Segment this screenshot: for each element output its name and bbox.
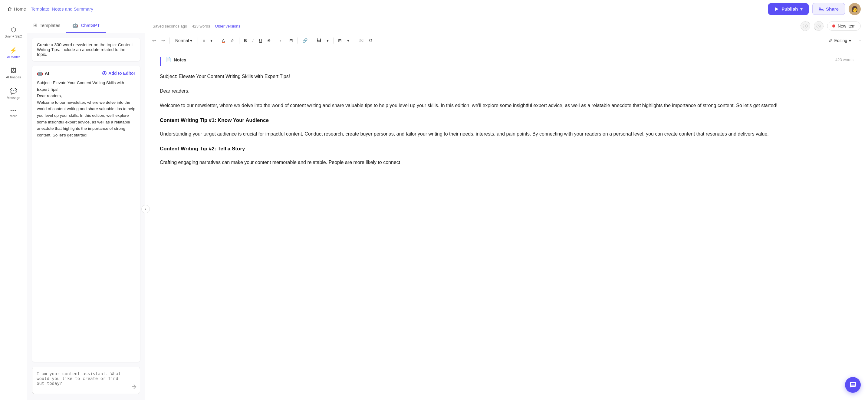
older-versions-link[interactable]: Older versions xyxy=(215,24,240,28)
doc-tip1-title: Content Writing Tip #1: Know Your Audien… xyxy=(160,116,854,125)
tab-chatgpt-label: ChatGPT xyxy=(81,23,100,28)
toolbar-divider-9 xyxy=(354,37,354,43)
saved-text: Saved seconds ago xyxy=(153,24,187,28)
panel-tabs: ⊞ Templates 🤖 ChatGPT xyxy=(27,18,145,33)
ai-robot-icon: 🤖 xyxy=(37,70,43,76)
toolbar-divider-7 xyxy=(312,37,312,43)
breadcrumb-link[interactable]: Notes and Summary xyxy=(52,6,93,11)
ai-response-header: 🤖 AI Add to Editor xyxy=(37,70,135,76)
chat-support-button[interactable] xyxy=(845,377,861,393)
highlight-button[interactable]: 🖊 xyxy=(228,37,237,44)
sidebar-item-message[interactable]: 💬 Message xyxy=(2,85,25,102)
chat-prompt: Create a 300-word newsletter on the topi… xyxy=(32,38,140,61)
text-style-value: Normal xyxy=(175,38,189,43)
editor-meta-bar: Saved seconds ago 423 words Older versio… xyxy=(145,18,868,34)
new-item-label: New Item xyxy=(838,24,856,28)
editing-mode-label: Editing xyxy=(834,38,847,43)
italic-button[interactable]: I xyxy=(250,37,256,44)
table-button[interactable]: ⊞ xyxy=(336,37,344,44)
special-char-button[interactable]: Ω xyxy=(367,37,374,44)
notes-icon: 📄 xyxy=(165,57,171,62)
notes-word-count: 423 words xyxy=(835,58,854,62)
image-button[interactable]: 🖼 xyxy=(315,37,323,44)
share-button[interactable]: Share xyxy=(812,3,845,15)
publish-label: Publish xyxy=(781,6,798,11)
sidebar-item-ai-writer[interactable]: ⚡ AI Writer xyxy=(2,43,25,62)
top-nav: Home Template: Notes and Summary Publish… xyxy=(0,0,868,18)
word-count: 423 words xyxy=(192,24,210,28)
sidebar-item-ai-images-label: AI Images xyxy=(6,75,21,79)
align-chevron-button[interactable]: ▾ xyxy=(208,37,215,44)
user-avatar[interactable]: 👩 xyxy=(849,3,861,15)
editing-mode-button[interactable]: Editing ▾ xyxy=(825,37,855,44)
ai-label-text: AI xyxy=(45,71,49,75)
more-options-button[interactable]: ··· xyxy=(855,37,863,44)
ordered-list-button[interactable]: ⊟ xyxy=(287,37,295,44)
sidebar-item-brief-seo[interactable]: ⬡ Brief + SEO xyxy=(2,23,25,41)
templates-tab-icon: ⊞ xyxy=(33,22,37,28)
publish-button[interactable]: Publish ▾ xyxy=(768,3,809,15)
text-style-chevron-icon: ▾ xyxy=(190,38,192,43)
sidebar-item-ai-writer-label: AI Writer xyxy=(7,55,20,59)
new-item-button[interactable]: New Item xyxy=(827,22,861,31)
chat-input-area xyxy=(32,367,140,395)
tab-chatgpt[interactable]: 🤖 ChatGPT xyxy=(66,18,106,33)
collapse-panel-button[interactable]: ‹ xyxy=(141,205,150,213)
ai-response-text: Subject: Elevate Your Content Writing Sk… xyxy=(37,80,135,138)
brief-seo-icon: ⬡ xyxy=(11,26,16,33)
svg-line-11 xyxy=(819,26,819,27)
add-to-editor-button[interactable]: Add to Editor xyxy=(102,71,135,75)
icon-sidebar: ⬡ Brief + SEO ⚡ AI Writer 🖼 AI Images 💬 … xyxy=(0,18,27,400)
link-button[interactable]: 🔗 xyxy=(300,37,310,44)
svg-rect-1 xyxy=(819,10,823,11)
table-chevron-button[interactable]: ▾ xyxy=(345,37,351,44)
redo-button[interactable]: ↪ xyxy=(159,37,167,44)
share-label: Share xyxy=(826,6,839,11)
add-to-editor-label: Add to Editor xyxy=(108,71,135,75)
chat-input[interactable] xyxy=(32,367,140,394)
undo-button[interactable]: ↩ xyxy=(150,37,158,44)
image-chevron-button[interactable]: ▾ xyxy=(324,37,331,44)
editor-area: Saved seconds ago 423 words Older versio… xyxy=(145,18,868,400)
sidebar-item-message-label: Message xyxy=(7,96,20,99)
chat-send-button[interactable] xyxy=(131,384,136,391)
publish-chevron-icon: ▾ xyxy=(800,6,803,12)
sidebar-item-more-label: More xyxy=(10,114,17,118)
editor-content[interactable]: 📄 Notes 423 words Subject: Elevate Your … xyxy=(145,47,868,400)
notes-header: 📄 Notes 423 words xyxy=(160,57,854,66)
editor-meta-left: Saved seconds ago 423 words Older versio… xyxy=(153,24,240,28)
doc-tip2-body: Crafting engaging narratives can make yo… xyxy=(160,158,854,167)
tab-templates[interactable]: ⊞ Templates xyxy=(27,18,66,33)
panel: ⊞ Templates 🤖 ChatGPT ‹ Create a 300-wor… xyxy=(27,18,145,400)
add-collaborator-button[interactable] xyxy=(801,21,810,31)
editor-meta-right: New Item xyxy=(801,21,861,31)
document-content[interactable]: Subject: Elevate Your Content Writing Sk… xyxy=(160,72,854,167)
text-color-button[interactable]: A xyxy=(220,37,227,44)
schedule-button[interactable] xyxy=(814,21,824,31)
sidebar-item-ai-images[interactable]: 🖼 AI Images xyxy=(2,64,25,82)
bold-button[interactable]: B xyxy=(242,37,249,44)
doc-greeting: Dear readers, xyxy=(160,87,854,95)
underline-button[interactable]: U xyxy=(257,37,264,44)
strikethrough-button[interactable]: S xyxy=(266,37,272,44)
toolbar-divider-10 xyxy=(377,37,377,43)
home-label: Home xyxy=(14,6,26,11)
sidebar-item-more[interactable]: ••• More xyxy=(2,105,25,121)
doc-intro: Welcome to our newsletter, where we delv… xyxy=(160,101,854,110)
clear-format-button[interactable]: ⌧ xyxy=(356,37,366,44)
doc-tip2-title: Content Writing Tip #2: Tell a Story xyxy=(160,144,854,153)
ai-response-intro: Welcome to our newsletter, where we delv… xyxy=(37,99,135,139)
bullet-list-button[interactable]: ≔ xyxy=(278,37,286,44)
breadcrumb-prefix: Template: xyxy=(31,6,51,11)
home-link[interactable]: Home xyxy=(7,6,26,11)
toolbar-divider-6 xyxy=(298,37,298,43)
align-button[interactable]: ≡ xyxy=(200,37,207,44)
ai-response-greeting: Dear readers, xyxy=(37,93,135,99)
toolbar-right: Editing ▾ ··· xyxy=(825,37,863,44)
sidebar-item-brief-seo-label: Brief + SEO xyxy=(4,34,22,38)
main-layout: ⬡ Brief + SEO ⚡ AI Writer 🖼 AI Images 💬 … xyxy=(0,18,868,400)
ai-response-block: 🤖 AI Add to Editor Subject: Elevate Your… xyxy=(32,66,140,362)
text-style-select[interactable]: Normal ▾ xyxy=(172,37,195,44)
chat-prompt-text: Create a 300-word newsletter on the topi… xyxy=(37,42,133,57)
svg-marker-0 xyxy=(775,7,778,11)
